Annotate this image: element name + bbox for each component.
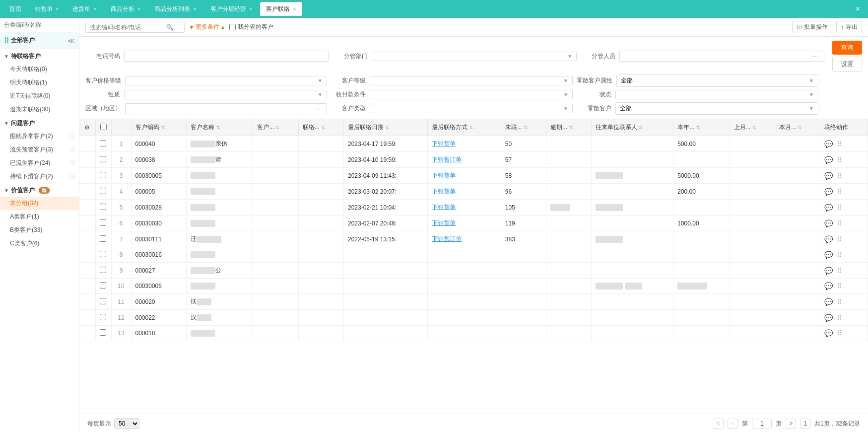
my-customers-checkbox[interactable] — [229, 24, 236, 30]
th-this-year[interactable]: 本年... ⇅ — [673, 119, 730, 136]
nav-tab-sales[interactable]: 销售单 × — [29, 2, 65, 16]
filter-nature-select[interactable]: ▼ — [124, 90, 327, 99]
filter-region-select[interactable]: ··· — [125, 103, 327, 114]
filter-scatter-attr-select[interactable]: 全部 ▼ — [616, 74, 818, 87]
nav-tab-customer-tier-close[interactable]: × — [249, 6, 252, 12]
last-way-link[interactable]: 下销货单 — [432, 219, 456, 226]
filter-search-input[interactable] — [90, 24, 164, 31]
sidebar-item-class-b[interactable]: B类客户(33) — [0, 223, 79, 237]
my-customers-check[interactable]: 我分管的客户 — [229, 23, 273, 31]
last-way-link[interactable]: 下销货单 — [432, 140, 456, 147]
last-way-link[interactable]: 下销售订单 — [432, 156, 462, 163]
th-code[interactable]: 客户编码 ⇅ — [131, 119, 187, 136]
chat-icon[interactable]: 💬 — [824, 204, 833, 212]
chat-icon[interactable]: 💬 — [824, 298, 833, 306]
sidebar-item-churn-warn[interactable]: 流失预警客户(3) ⓘ — [0, 143, 79, 156]
more-icon[interactable]: ⠿ — [837, 251, 842, 259]
more-icon[interactable]: ⠿ — [837, 204, 842, 212]
filter-payment-select[interactable]: ▼ — [370, 90, 573, 99]
row-checkbox[interactable] — [100, 188, 106, 194]
filter-region-dots[interactable]: ··· — [314, 105, 323, 112]
page-size-select[interactable]: 50 10 20 100 — [114, 418, 139, 429]
row-checkbox[interactable] — [100, 251, 106, 257]
more-icon[interactable]: ⠿ — [837, 235, 842, 243]
more-icon[interactable]: ⠿ — [837, 267, 842, 275]
row-checkbox[interactable] — [100, 267, 106, 273]
more-icon[interactable]: ⠿ — [837, 156, 842, 164]
filter-dept-select[interactable]: ▼ — [372, 52, 577, 61]
nav-tab-analysis-list[interactable]: 商品分析列表 × — [148, 2, 202, 16]
collapse-icon[interactable]: ≪ — [67, 37, 75, 45]
more-icon[interactable]: ⠿ — [837, 298, 842, 306]
chat-icon[interactable]: 💬 — [824, 188, 833, 196]
chat-icon[interactable]: 💬 — [824, 251, 833, 259]
th-last-way[interactable]: 最后联络方式 ⇅ — [428, 119, 501, 136]
sidebar-item-ungroup[interactable]: 未分组(32) — [0, 197, 79, 210]
section-pending-contact[interactable]: ▼ 待联络客户 — [0, 49, 79, 63]
nav-tab-customer-tier[interactable]: 客户分层经营 × — [204, 2, 258, 16]
row-checkbox[interactable] — [100, 329, 106, 336]
sidebar-all-customers[interactable]: ⠿ 全部客户 ≪ — [0, 32, 79, 49]
batch-ops-btn[interactable]: ☑ 批量操作 — [792, 21, 832, 33]
row-checkbox[interactable] — [100, 235, 106, 242]
last-way-link[interactable]: 下销货单 — [432, 204, 456, 211]
more-icon[interactable]: ⠿ — [837, 188, 842, 196]
filter-cust-level-select[interactable]: ▼ — [370, 76, 573, 85]
chat-icon[interactable]: 💬 — [824, 235, 833, 243]
filter-person-dots[interactable]: ··· — [811, 53, 820, 60]
chat-icon[interactable]: 💬 — [824, 314, 833, 322]
prev-page-btn[interactable]: < — [728, 419, 738, 429]
chat-icon[interactable]: 💬 — [824, 267, 833, 275]
sidebar-item-class-c[interactable]: C类客户(6) — [0, 237, 79, 250]
sidebar-item-churned[interactable]: 已流失客户(24) ⓘ — [0, 156, 79, 170]
nav-home[interactable]: 首页 — [4, 2, 27, 15]
chat-icon[interactable]: 💬 — [824, 172, 833, 180]
more-icon[interactable]: ⠿ — [837, 219, 842, 227]
last-page-btn[interactable]: 1 — [800, 419, 810, 429]
th-unit-contact[interactable]: 往来单位联系人 ⇅ — [592, 119, 673, 136]
row-checkbox[interactable] — [100, 282, 106, 289]
chat-icon[interactable]: 💬 — [824, 282, 833, 290]
reset-btn[interactable]: 设置 — [832, 57, 862, 72]
sidebar-item-overdue[interactable]: 逾期未联络(30) — [0, 103, 79, 116]
th-contact[interactable]: 联络... ⇅ — [298, 119, 343, 136]
export-btn[interactable]: ↑ 导出 — [836, 21, 862, 33]
row-checkbox[interactable] — [100, 298, 106, 304]
th-name[interactable]: 客户名称 ⇅ — [187, 119, 253, 136]
filter-cust-type-select[interactable]: ▼ — [370, 104, 573, 113]
filter-status-select[interactable]: ▼ — [615, 90, 818, 99]
more-icon[interactable]: ⠿ — [837, 314, 842, 322]
more-conditions-btn[interactable]: ▼ 更多条件 ▲ — [189, 23, 225, 31]
row-checkbox[interactable] — [100, 140, 106, 146]
th-overdue[interactable]: 逾期... ⇅ — [546, 119, 592, 136]
sidebar-item-tomorrow[interactable]: 明天待联络(1) — [0, 76, 79, 89]
filter-price-level-select[interactable]: ▼ — [125, 76, 327, 85]
th-settings[interactable]: ⚙ — [79, 119, 95, 136]
th-this-month[interactable]: 本月... ⇅ — [775, 119, 820, 136]
filter-scatter-select[interactable]: 全部 ▼ — [615, 102, 818, 115]
row-checkbox[interactable] — [100, 219, 106, 226]
more-icon[interactable]: ⠿ — [837, 329, 842, 337]
row-checkbox[interactable] — [100, 172, 106, 178]
nav-tab-customer-contact-close[interactable]: × — [293, 6, 296, 12]
sidebar-item-declining[interactable]: 持续下滑客户(2) ⓘ — [0, 170, 79, 183]
nav-tab-purchase[interactable]: 进货单 × — [67, 2, 102, 16]
section-problem-customer[interactable]: ▼ 问题客户 — [0, 116, 79, 130]
section-value-customer[interactable]: ▼ 价值客户 🔄 — [0, 183, 79, 197]
sidebar-item-today[interactable]: 今天待联络(0) — [0, 63, 79, 76]
query-btn[interactable]: 查询 — [832, 41, 862, 55]
first-page-btn[interactable]: K — [713, 419, 724, 429]
nav-tab-sales-close[interactable]: × — [56, 6, 59, 12]
row-checkbox[interactable] — [100, 204, 106, 210]
th-type[interactable]: 客户... ⇅ — [253, 119, 298, 136]
more-icon[interactable]: ⠿ — [837, 282, 842, 290]
th-not-contact[interactable]: 未联... ⇅ — [501, 119, 546, 136]
filter-search-icon[interactable]: 🔍 — [166, 24, 174, 31]
nav-tab-analysis[interactable]: 商品分析 × — [105, 2, 146, 16]
th-last-month[interactable]: 上月... ⇅ — [730, 119, 775, 136]
sidebar-search-input[interactable] — [4, 21, 78, 28]
sidebar-item-abnormal[interactable]: 囤购异常客户(2) ⓘ — [0, 130, 79, 143]
row-checkbox[interactable] — [100, 156, 106, 162]
select-all-checkbox[interactable] — [100, 124, 107, 130]
nav-tab-analysis-list-close[interactable]: × — [193, 6, 196, 12]
